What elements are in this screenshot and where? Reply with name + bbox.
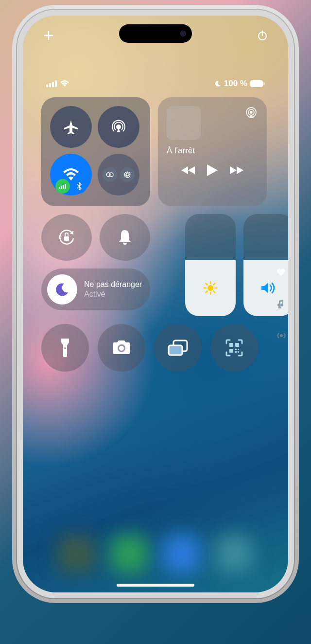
svg-rect-36 (235, 349, 237, 350)
volume-icon (260, 281, 277, 295)
album-art (167, 106, 201, 140)
svg-rect-11 (65, 184, 66, 189)
screen-mirroring-button[interactable] (154, 324, 202, 372)
dock-blur (58, 535, 253, 573)
svg-rect-34 (235, 343, 239, 347)
svg-point-13 (109, 173, 113, 177)
brightness-icon (203, 281, 218, 295)
dnd-moon-status-icon (214, 80, 221, 87)
status-bar: 100 % (41, 79, 270, 89)
svg-point-28 (64, 347, 66, 349)
svg-line-24 (206, 284, 207, 285)
more-connectivity[interactable] (98, 154, 139, 196)
screen: 100 % (23, 16, 288, 592)
wifi-status-icon (60, 80, 69, 87)
svg-rect-35 (229, 349, 233, 353)
svg-rect-9 (61, 186, 62, 189)
svg-rect-4 (55, 80, 57, 87)
svg-rect-10 (63, 185, 64, 189)
svg-point-7 (117, 125, 121, 129)
silent-mode-toggle[interactable] (100, 214, 150, 261)
wifi-toggle[interactable] (50, 154, 92, 196)
personal-hotspot-icon (103, 167, 117, 182)
battery-percent: 100 % (224, 79, 247, 89)
svg-rect-39 (238, 351, 239, 353)
svg-rect-38 (235, 351, 237, 353)
svg-rect-5 (250, 80, 263, 87)
media-module[interactable]: À l'arrêt (158, 97, 267, 206)
dynamic-island (119, 24, 192, 43)
rewind-button[interactable] (181, 165, 196, 175)
svg-point-40 (280, 335, 282, 337)
orientation-lock-toggle[interactable] (41, 214, 92, 261)
connectivity-page-icon[interactable] (276, 332, 286, 340)
cellular-data-badge[interactable] (55, 179, 70, 194)
svg-rect-3 (52, 82, 54, 87)
page-indicators[interactable] (276, 268, 286, 340)
brightness-slider[interactable] (185, 214, 236, 316)
vpn-satellite-icon (120, 167, 135, 182)
flashlight-button[interactable] (41, 324, 89, 372)
favorites-page-icon[interactable] (276, 268, 286, 276)
svg-rect-37 (238, 349, 239, 350)
airdrop-toggle[interactable] (98, 106, 139, 148)
svg-point-19 (207, 285, 213, 291)
cellular-bars-icon (46, 80, 57, 87)
forward-button[interactable] (229, 165, 243, 175)
svg-rect-1 (46, 85, 48, 87)
music-page-icon[interactable] (276, 300, 286, 308)
airplane-mode-toggle[interactable] (50, 106, 92, 148)
battery-icon (250, 80, 265, 87)
focus-title: Ne pas déranger (84, 280, 142, 289)
play-button[interactable] (206, 163, 219, 177)
svg-rect-2 (49, 83, 51, 87)
connectivity-module[interactable] (41, 97, 150, 206)
svg-rect-18 (64, 236, 69, 241)
svg-rect-6 (263, 82, 265, 85)
camera-button[interactable] (98, 324, 145, 372)
svg-rect-33 (229, 343, 233, 347)
airplay-button[interactable] (244, 106, 258, 120)
add-control-button[interactable] (42, 29, 55, 42)
svg-rect-8 (59, 187, 60, 189)
svg-rect-32 (169, 345, 182, 355)
phone-frame: 100 % (17, 10, 294, 598)
svg-line-27 (214, 284, 215, 285)
svg-line-25 (214, 291, 215, 293)
focus-module[interactable]: Ne pas déranger Activé (41, 268, 150, 310)
home-indicator[interactable] (117, 584, 194, 587)
svg-point-17 (250, 111, 252, 113)
control-center: 100 % (23, 16, 288, 592)
qr-scanner-button[interactable] (210, 324, 258, 372)
svg-point-14 (124, 172, 130, 178)
focus-state: Activé (84, 289, 142, 299)
svg-line-26 (206, 291, 207, 293)
dnd-moon-icon (47, 274, 77, 304)
svg-point-30 (119, 346, 124, 351)
power-button[interactable] (256, 29, 269, 42)
bluetooth-badge[interactable] (72, 179, 86, 194)
media-title: À l'arrêt (167, 146, 258, 156)
